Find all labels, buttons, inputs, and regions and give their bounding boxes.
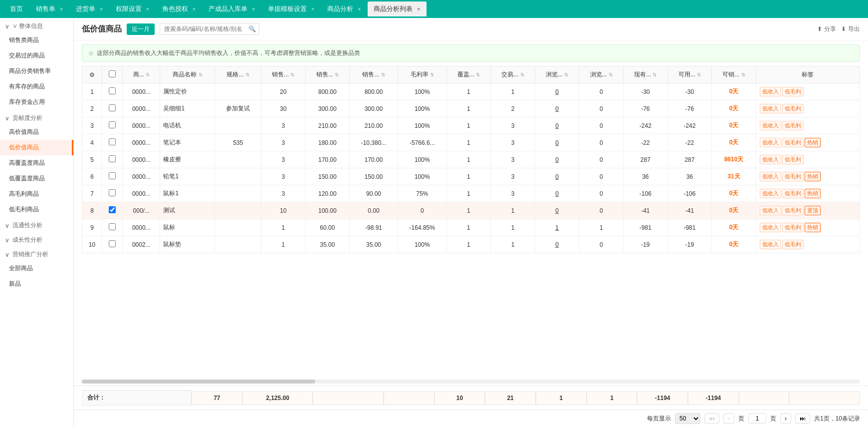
cell-checkbox[interactable]: [102, 185, 123, 202]
col-view1[interactable]: 浏览... ⇅: [535, 66, 579, 83]
sort-code-icon: ⇅: [146, 72, 150, 77]
sidebar-item-all-goods[interactable]: 全部商品: [0, 261, 73, 276]
scrollbar-thumb[interactable]: [82, 380, 315, 384]
close-list-icon[interactable]: ×: [417, 6, 420, 12]
nav-purchase[interactable]: 进货单 ×: [70, 1, 109, 16]
cell-view1[interactable]: 0: [535, 117, 579, 134]
first-page-btn[interactable]: ⏮: [704, 414, 719, 424]
nav-product-list[interactable]: 商品分析列表 ×: [368, 1, 426, 16]
col-sellable[interactable]: 可销... ⇅: [712, 66, 756, 83]
col-current[interactable]: 现有... ⇅: [624, 66, 668, 83]
close-permission-icon[interactable]: ×: [146, 6, 149, 12]
cell-checkbox[interactable]: [102, 219, 123, 236]
cell-code: 0000...: [123, 185, 160, 202]
row-checkbox[interactable]: [109, 206, 116, 213]
cell-view1[interactable]: 0: [535, 236, 579, 253]
sidebar-group-overall[interactable]: ∨ ∨ 整体信息: [0, 18, 73, 32]
cell-view1[interactable]: 0: [535, 134, 579, 151]
page-size-select[interactable]: 50 100: [675, 413, 700, 424]
sidebar-item-high-coverage[interactable]: 高覆盖度商品: [0, 155, 73, 171]
col-settings[interactable]: ⚙: [82, 66, 102, 83]
close-purchase-icon[interactable]: ×: [100, 6, 103, 12]
row-checkbox[interactable]: [109, 87, 116, 94]
nav-template[interactable]: 单据模板设置 ×: [262, 1, 320, 16]
cell-checkbox[interactable]: [102, 168, 123, 185]
cell-current: -22: [624, 134, 668, 151]
cell-sale-amt2: 170.00: [350, 151, 398, 168]
cell-view1[interactable]: 0: [535, 83, 579, 100]
nav-permission[interactable]: 权限设置 ×: [110, 1, 155, 16]
export-btn[interactable]: ⬇ 导出: [841, 25, 860, 33]
sidebar-group-contribution[interactable]: ∨ 贡献度分析: [0, 110, 73, 124]
sidebar-item-category-rate[interactable]: 商品分类销售率: [0, 63, 73, 79]
col-sale-amt1[interactable]: 销售... ⇅: [305, 66, 350, 83]
sidebar-item-high-margin[interactable]: 高毛利商品: [0, 186, 73, 202]
sidebar-item-low-margin[interactable]: 低毛利商品: [0, 202, 73, 217]
row-checkbox[interactable]: [109, 172, 116, 179]
cell-view1[interactable]: 0: [535, 151, 579, 168]
cell-checkbox[interactable]: [102, 202, 123, 219]
close-product-in-icon[interactable]: ×: [252, 6, 255, 12]
cell-view1[interactable]: 0: [535, 168, 579, 185]
last-page-btn[interactable]: ⏭: [795, 414, 810, 424]
row-checkbox[interactable]: [109, 138, 116, 145]
sidebar-item-stock-capital[interactable]: 库存资金占用: [0, 94, 73, 110]
cell-view1[interactable]: 0: [535, 202, 579, 219]
sidebar-group-marketing[interactable]: ∨ 营销推广分析: [0, 246, 73, 261]
sidebar-item-low-coverage[interactable]: 低覆盖度商品: [0, 171, 73, 186]
sidebar-group-circulation[interactable]: ∨ 流通性分析: [0, 217, 73, 232]
row-checkbox[interactable]: [109, 155, 116, 162]
row-checkbox[interactable]: [109, 189, 116, 196]
col-available[interactable]: 可用... ⇅: [667, 66, 712, 83]
nav-product-analysis[interactable]: 商品分析 ×: [321, 1, 367, 16]
sidebar-item-low-value[interactable]: 低价值商品: [0, 140, 73, 155]
search-input[interactable]: [160, 23, 259, 35]
cell-checkbox[interactable]: [102, 151, 123, 168]
horizontal-scrollbar[interactable]: [82, 380, 860, 384]
col-sale-amt2[interactable]: 销售... ⇅: [350, 66, 398, 83]
col-trade[interactable]: 交易... ⇅: [491, 66, 535, 83]
prev-page-btn[interactable]: ‹: [723, 414, 734, 424]
sidebar-item-high-value[interactable]: 高价值商品: [0, 124, 73, 140]
col-sale-qty[interactable]: 销售... ⇅: [261, 66, 305, 83]
nav-home[interactable]: 首页: [4, 1, 29, 16]
select-all-checkbox[interactable]: [109, 70, 116, 77]
row-checkbox[interactable]: [109, 104, 116, 111]
col-name[interactable]: 商品名称 ⇅: [160, 66, 215, 83]
close-role-icon[interactable]: ×: [193, 6, 196, 12]
row-checkbox[interactable]: [109, 223, 116, 230]
cell-checkbox[interactable]: [102, 117, 123, 134]
current-page-input[interactable]: [748, 414, 766, 424]
sidebar-item-traded-goods[interactable]: 交易过的商品: [0, 48, 73, 63]
row-checkbox[interactable]: [109, 121, 116, 128]
col-margin[interactable]: 毛利率 ⇅: [398, 66, 446, 83]
sidebar-item-sales-goods[interactable]: 销售类商品: [0, 32, 73, 48]
nav-sales[interactable]: 销售单 ×: [30, 1, 69, 16]
cell-checkbox[interactable]: [102, 236, 123, 253]
row-checkbox[interactable]: [109, 240, 116, 247]
col-checkbox-header[interactable]: [102, 66, 123, 83]
filter-recent-month-btn[interactable]: 近一月: [127, 23, 155, 35]
close-sales-icon[interactable]: ×: [60, 6, 63, 12]
nav-product-in[interactable]: 产成品入库单 ×: [203, 1, 261, 16]
share-btn[interactable]: ⬆ 分享: [817, 25, 836, 33]
cell-checkbox[interactable]: [102, 83, 123, 100]
cell-checkbox[interactable]: [102, 100, 123, 117]
cell-view1[interactable]: 0: [535, 185, 579, 202]
close-template-icon[interactable]: ×: [311, 6, 314, 12]
sidebar-item-stock-goods[interactable]: 有库存的商品: [0, 79, 73, 94]
close-analysis-icon[interactable]: ×: [358, 6, 361, 12]
cell-view1[interactable]: 0: [535, 100, 579, 117]
col-tags[interactable]: 标签: [756, 66, 860, 83]
col-view2[interactable]: 浏览... ⇅: [579, 66, 624, 83]
table-container[interactable]: ⚙ 商... ⇅ 商品名称 ⇅ 规格... ⇅ 销售... ⇅ 销售... ⇅ …: [74, 66, 868, 380]
cell-checkbox[interactable]: [102, 134, 123, 151]
sidebar-group-growth[interactable]: ∨ 成长性分析: [0, 232, 73, 246]
col-cover[interactable]: 覆盖... ⇅: [446, 66, 491, 83]
cell-view1[interactable]: 1: [535, 219, 579, 236]
next-page-btn[interactable]: ›: [780, 414, 791, 424]
col-spec[interactable]: 规格... ⇅: [215, 66, 261, 83]
sidebar-item-new-goods[interactable]: 新品: [0, 276, 73, 292]
nav-role[interactable]: 角色授权 ×: [156, 1, 202, 16]
col-code[interactable]: 商... ⇅: [123, 66, 160, 83]
